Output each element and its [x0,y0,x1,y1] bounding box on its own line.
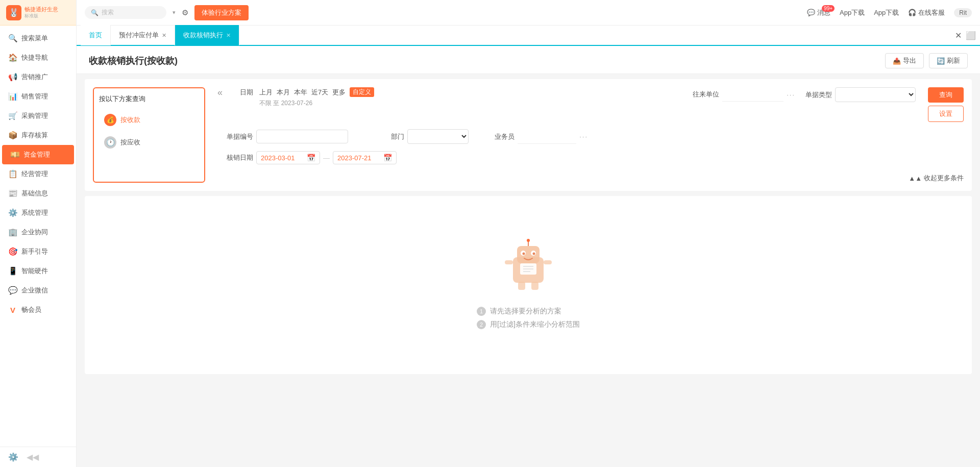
sidebar-item-label: 新手引导 [21,247,48,256]
base-info-icon: 📰 [8,189,17,198]
calendar-end-icon[interactable]: 📅 [383,154,392,162]
tab-prepay[interactable]: 预付冲应付单 ✕ [111,25,175,45]
content-area: 收款核销执行(按收款) 📤 导出 🔄 刷新 按以下方案查询 💰 按收款 [77,46,980,467]
sidebar-item-operations[interactable]: 📋 经营管理 [0,164,76,184]
tab-home[interactable]: 首页 [81,25,111,45]
sidebar-item-purchase[interactable]: 🛒 采购管理 [0,106,76,126]
guide-icon: 🎯 [8,247,17,256]
app-download-link[interactable]: App下载 [840,8,865,17]
tab-bar: 首页 预付冲应付单 ✕ 收款核销执行 ✕ ✕ ⬜ [77,26,980,46]
bill-type-select[interactable] [835,87,916,102]
verify-date-range: 核销日期 📅 — 📅 [225,151,397,164]
page-title: 收款核销执行(按收款) [89,55,178,67]
sidebar-item-label: 企业协同 [21,228,48,237]
export-button[interactable]: 📤 导出 [885,53,924,68]
solution-button[interactable]: 体验行业方案 [194,5,249,20]
sidebar-item-base-info[interactable]: 📰 基础信息 [0,184,76,203]
custom-date-badge[interactable]: 自定义 [350,87,374,97]
logo-text: 畅捷通好生意 [24,6,58,13]
sidebar-item-wechat[interactable]: 💬 企业微信 [0,281,76,300]
date-unlimited: 不限 至 2023-07-26 [259,99,682,108]
collapse-more-btn[interactable]: ▲▲ 收起更多条件 [909,174,964,183]
gear-icon[interactable]: ⚙ [182,8,188,17]
search-icon: 🔍 [91,9,99,16]
topbar-search[interactable]: 🔍 搜索 [85,6,166,19]
salesman-more-icon[interactable]: ··· [579,133,588,140]
user-name[interactable]: Rit [954,8,972,17]
sidebar-item-member[interactable]: V 畅会员 [0,300,76,319]
empty-state: 1 请先选择要分析的方案 2 用[过滤]条件来缩小分析范围 [85,196,972,374]
filter-collapse-btn[interactable]: « [215,87,225,98]
chevron-down-icon[interactable]: ▾ [173,9,176,16]
date-more[interactable]: 更多 [332,88,346,97]
svg-rect-9 [544,260,552,264]
collapse-sidebar-btn[interactable]: ◀◀ [27,452,39,462]
calendar-start-icon[interactable]: 📅 [307,154,315,162]
dept-select[interactable] [407,129,469,144]
sidebar-item-label: 畅会员 [21,305,41,314]
export-icon: 📤 [893,57,901,65]
bill-no-input[interactable] [256,130,348,143]
sidebar-item-label: 营销推广 [21,72,48,82]
settings-icon[interactable]: ⚙️ [8,452,18,462]
tab-collect-close-icon[interactable]: ✕ [226,32,231,39]
filter-container: 按以下方案查询 💰 按收款 🕐 按应收 « [85,79,972,191]
verify-date-start-wrap: 📅 [256,151,320,164]
step-2-text: 用[过滤]条件来缩小分析范围 [490,320,580,329]
date-range-separator: — [323,154,330,162]
refresh-icon: 🔄 [937,57,945,65]
tab-collect[interactable]: 收款核销执行 ✕ [175,25,239,45]
svg-rect-8 [505,260,513,264]
svg-rect-11 [531,282,538,290]
filter-option-label: 按收款 [120,115,140,125]
app-download-text[interactable]: App下载 [874,8,899,17]
sidebar-item-smart-hw[interactable]: 📱 智能硬件 [0,261,76,281]
settings-button[interactable]: 设置 [928,106,964,122]
search-text: 搜索 [102,8,114,17]
operations-icon: 📋 [8,169,17,179]
sidebar-item-label: 快捷导航 [21,53,48,62]
verify-date-start-input[interactable] [261,154,305,162]
sidebar-item-quick-nav[interactable]: 🏠 快捷导航 [0,48,76,67]
online-service-link[interactable]: 🎧 在线客服 [908,8,945,17]
sidebar-item-search-menu[interactable]: 🔍 搜索菜单 [0,29,76,48]
payable-option-icon: 🕐 [104,136,116,149]
sidebar-item-enterprise[interactable]: 🏢 企业协同 [0,223,76,242]
verify-date-end-input[interactable] [337,154,381,162]
sidebar-item-finance[interactable]: 💴 资金管理 [2,145,74,164]
smart-hw-icon: 📱 [8,266,17,276]
sidebar: 🐰 畅捷通好生意 标准版 🔍 搜索菜单 🏠 快捷导航 📢 营销推广 📊 销售管理… [0,0,77,467]
search-menu-icon: 🔍 [8,34,17,43]
svg-rect-10 [518,282,525,290]
logo-icon: 🐰 [6,5,21,20]
sidebar-item-label: 销售管理 [21,92,48,101]
sidebar-item-marketing[interactable]: 📢 营销推广 [0,67,76,87]
counterpart-more-icon[interactable]: ··· [787,91,795,99]
sidebar-item-sales[interactable]: 📊 销售管理 [0,87,76,106]
refresh-button[interactable]: 🔄 刷新 [929,53,968,68]
message-button[interactable]: 💬 消息 99+ [807,8,830,17]
date-last-month[interactable]: 上月 [259,88,273,97]
sidebar-item-guide[interactable]: 🎯 新手引导 [0,242,76,261]
sidebar-item-label: 智能硬件 [21,266,48,276]
date-7days[interactable]: 近7天 [311,88,328,97]
date-this-year[interactable]: 本年 [294,88,307,97]
close-tab-btn[interactable]: ✕ [955,31,962,40]
enterprise-icon: 🏢 [8,228,17,237]
tab-prepay-close-icon[interactable]: ✕ [162,32,166,39]
sidebar-menu: 🔍 搜索菜单 🏠 快捷导航 📢 营销推广 📊 销售管理 🛒 采购管理 📦 库存核… [0,26,76,447]
topbar-right: 💬 消息 99+ App下载 App下载 🎧 在线客服 Rit [807,8,972,17]
filter-option-by-receipt[interactable]: 💰 按收款 [99,110,199,130]
maximize-btn[interactable]: ⬜ [966,31,976,40]
date-links: 上月 本月 本年 近7天 更多 自定义 [259,87,374,97]
date-this-month[interactable]: 本月 [277,88,290,97]
sidebar-item-system[interactable]: ⚙️ 系统管理 [0,203,76,223]
system-icon: ⚙️ [8,208,17,217]
filter-option-by-payable[interactable]: 🕐 按应收 [99,132,199,153]
message-icon: 💬 [807,9,815,16]
sales-icon: 📊 [8,92,17,101]
query-button[interactable]: 查询 [928,87,964,103]
sidebar-item-inventory[interactable]: 📦 库存核算 [0,126,76,145]
date-label: 日期 [225,88,253,97]
headset-icon: 🎧 [908,9,916,16]
